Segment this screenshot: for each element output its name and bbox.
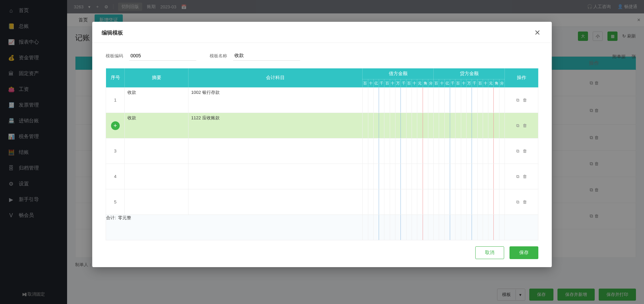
unit-header: 百: [406, 79, 412, 87]
unit-header: 元: [417, 79, 423, 87]
unit-header: 百: [455, 79, 461, 87]
row-summary[interactable]: [125, 189, 189, 215]
copy-icon[interactable]: [516, 123, 519, 128]
copy-icon[interactable]: [516, 98, 519, 103]
unit-header: 十: [439, 79, 444, 87]
unit-header: 百: [477, 79, 483, 87]
unit-header: 角: [494, 79, 499, 87]
row-summary[interactable]: 收款: [125, 87, 189, 113]
row-debit[interactable]: [363, 87, 434, 113]
row-seq: +: [106, 113, 125, 138]
template-row[interactable]: +收款1122 应收账款: [106, 113, 538, 138]
template-table: 序号 摘要 会计科目 借方金额 贷方金额 操作 百十亿千百十万千百十元角分百十亿…: [106, 68, 538, 240]
unit-header: 十: [390, 79, 395, 87]
unit-header: 亿: [444, 79, 450, 87]
copy-icon[interactable]: [516, 174, 519, 179]
row-seq: 5: [106, 189, 125, 215]
row-summary[interactable]: [125, 138, 189, 164]
modal-title: 编辑模板: [102, 29, 123, 37]
row-subject[interactable]: 1122 应收账款: [189, 113, 363, 138]
trash-icon[interactable]: [523, 199, 527, 204]
unit-header: 十: [412, 79, 417, 87]
save-button[interactable]: 保存: [509, 246, 538, 259]
row-subject[interactable]: [189, 164, 363, 189]
unit-header: 亿: [373, 79, 379, 87]
template-name-label: 模板名称: [210, 53, 227, 59]
unit-header: 分: [428, 79, 433, 87]
unit-header: 十: [368, 79, 373, 87]
row-credit[interactable]: [434, 87, 505, 113]
row-summary[interactable]: [125, 164, 189, 189]
unit-header: 万: [466, 79, 472, 87]
row-debit[interactable]: [363, 138, 434, 164]
cancel-button[interactable]: 取消: [475, 246, 504, 259]
unit-header: 角: [423, 79, 428, 87]
col-subject: 会计科目: [189, 68, 363, 87]
col-credit: 贷方金额: [434, 68, 505, 79]
unit-header: 十: [483, 79, 488, 87]
template-row[interactable]: 1收款1002 银行存款: [106, 87, 538, 113]
trash-icon[interactable]: [523, 148, 527, 154]
template-row[interactable]: 4: [106, 164, 538, 189]
unit-header: 百: [384, 79, 390, 87]
trash-icon[interactable]: [523, 174, 527, 179]
trash-icon[interactable]: [523, 123, 527, 128]
col-seq: 序号: [106, 68, 125, 87]
row-subject[interactable]: 1002 银行存款: [189, 87, 363, 113]
unit-header: 千: [379, 79, 384, 87]
unit-header: 百: [363, 79, 368, 87]
row-subject[interactable]: [189, 189, 363, 215]
unit-header: 十: [461, 79, 466, 87]
copy-icon[interactable]: [516, 148, 519, 154]
unit-header: 万: [395, 79, 401, 87]
row-credit[interactable]: [434, 164, 505, 189]
row-seq: 1: [106, 87, 125, 113]
trash-icon[interactable]: [523, 98, 527, 103]
template-row[interactable]: 5: [106, 189, 538, 215]
template-code-label: 模板编码: [106, 53, 123, 59]
row-credit[interactable]: [434, 113, 505, 138]
col-summary: 摘要: [125, 68, 189, 87]
row-credit[interactable]: [434, 138, 505, 164]
row-seq: 3: [106, 138, 125, 164]
template-code-input[interactable]: [129, 51, 196, 61]
unit-header: 千: [472, 79, 477, 87]
row-seq: 4: [106, 164, 125, 189]
total-cell: 合计: 零元整: [106, 215, 363, 240]
col-debit: 借方金额: [363, 68, 434, 79]
unit-header: 元: [488, 79, 494, 87]
copy-icon[interactable]: [516, 199, 519, 205]
row-debit[interactable]: [363, 164, 434, 189]
row-credit[interactable]: [434, 189, 505, 215]
unit-header: 千: [450, 79, 455, 87]
template-row[interactable]: 3: [106, 138, 538, 164]
row-summary[interactable]: 收款: [125, 113, 189, 138]
unit-header: 千: [401, 79, 406, 87]
unit-header: 百: [434, 79, 439, 87]
modal-overlay: 编辑模板 ✕ 模板编码 模板名称: [0, 0, 644, 304]
row-subject[interactable]: [189, 138, 363, 164]
add-row-button[interactable]: +: [111, 121, 120, 130]
template-name-input[interactable]: [233, 51, 300, 61]
unit-header: 分: [499, 79, 504, 87]
row-debit[interactable]: [363, 113, 434, 138]
col-ops: 操作: [505, 68, 538, 87]
close-icon[interactable]: ✕: [532, 28, 542, 38]
row-debit[interactable]: [363, 189, 434, 215]
edit-template-modal: 编辑模板 ✕ 模板编码 模板名称: [92, 22, 552, 267]
